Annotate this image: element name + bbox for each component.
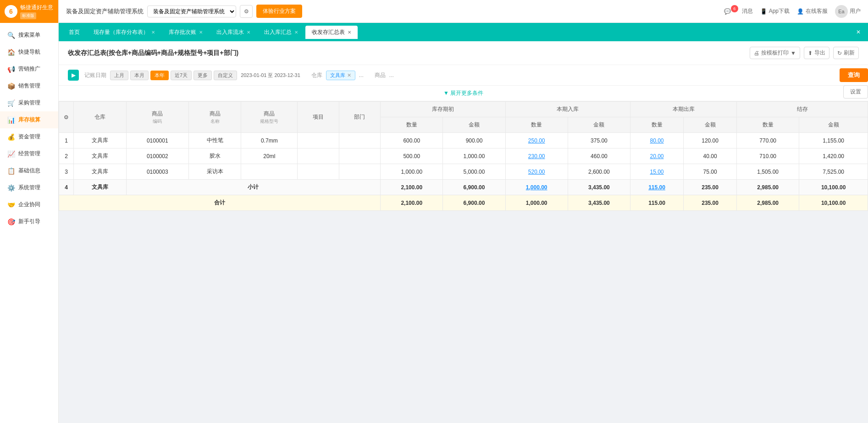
date-label: 记账日期 xyxy=(84,71,106,79)
sidebar: 6 畅捷通好生意 标准版 🔍搜索菜单🏠快捷导航📢营销推广📦销售管理🛒采购管理📊库… xyxy=(0,0,59,423)
tab-receive-sum-close[interactable]: ✕ xyxy=(348,30,351,35)
date-btn-custom[interactable]: 自定义 xyxy=(214,71,237,80)
page-title: 收发存汇总表(按仓库+商品编码+商品+规格型号+项目+部门) xyxy=(68,49,238,57)
sidebar-item-basic[interactable]: 📋基础信息 xyxy=(0,162,58,179)
sidebar-item-sales[interactable]: 📦销售管理 xyxy=(0,77,58,94)
cell-dept-1 xyxy=(339,148,381,164)
cell-close-amt-1: 1,420.00 xyxy=(799,148,868,164)
user-item[interactable]: Ea 用户 xyxy=(835,5,861,18)
cell-in-qty-2[interactable]: 520.00 xyxy=(505,164,568,180)
subtotal-in-amt: 3,435.00 xyxy=(568,180,630,195)
tab-inout-flow[interactable]: 出入库流水 ✕ xyxy=(210,26,257,39)
tab-inout-flow-close[interactable]: ✕ xyxy=(247,30,250,35)
service-icon: 👤 xyxy=(797,8,804,15)
cell-open-amt-0: 900.00 xyxy=(443,133,505,148)
trial-button[interactable]: 体验行业方案 xyxy=(256,5,302,18)
date-btn-prev-month[interactable]: 上月 xyxy=(110,71,128,80)
subtotal-no: 4 xyxy=(59,180,74,195)
cell-out-amt-1: 40.00 xyxy=(684,148,737,164)
sidebar-item-inventory[interactable]: 📊库存核算 xyxy=(0,111,58,128)
logo-text: 畅捷通好生意 标准版 xyxy=(20,4,53,19)
page-actions: 🖨 按模板打印 ▼ ⬆ 导出 ↻ 刷新 xyxy=(750,47,859,59)
th-settings[interactable]: ⚙ xyxy=(59,102,74,133)
sidebar-icon-system: ⚙️ xyxy=(7,184,15,192)
filter-toggle-btn[interactable]: ▶ xyxy=(68,70,79,81)
query-button[interactable]: 查询 xyxy=(840,68,868,82)
warehouse-tag-value: 文具库 xyxy=(330,72,345,79)
sidebar-label-sales: 销售管理 xyxy=(18,82,40,90)
message-item[interactable]: 💬 6 消息 xyxy=(724,7,753,15)
settings-button[interactable]: 设置 xyxy=(843,85,868,99)
footer-closing-qty: 2,985.00 xyxy=(737,195,799,211)
date-btn-more[interactable]: 更多 xyxy=(194,71,212,80)
logo-icon: 6 xyxy=(5,5,17,18)
tab-inout-sum[interactable]: 出入库汇总 ✕ xyxy=(258,26,304,39)
tab-batch[interactable]: 库存批次账 ✕ xyxy=(162,26,209,39)
date-btn-this-month[interactable]: 本月 xyxy=(130,71,149,80)
tab-receive-sum[interactable]: 收发存汇总表 ✕ xyxy=(305,26,358,39)
message-icon: 💬 xyxy=(724,8,731,15)
filter-container: ▶ 记账日期 上月 本月 本年 近7天 更多 自定义 2023-01-01 至 … xyxy=(59,65,868,101)
tab-batch-close[interactable]: ✕ xyxy=(199,30,203,35)
page: 收发存汇总表(按仓库+商品编码+商品+规格型号+项目+部门) 🖨 按模板打印 ▼… xyxy=(59,41,868,211)
online-service-label: 在线客服 xyxy=(806,7,828,15)
cell-project-0 xyxy=(298,133,339,148)
system-selector[interactable]: 装备及固定资产辅助管理系统 xyxy=(147,5,236,17)
tab-stock-dist[interactable]: 现存量（库存分布表） ✕ xyxy=(87,26,161,39)
table-subtotal-row: 4 文具库 小计 2,100.00 6,900.00 1,000.00 3,43… xyxy=(59,180,868,195)
sidebar-item-marketing[interactable]: 📢营销推广 xyxy=(0,60,58,77)
export-button[interactable]: ⬆ 导出 xyxy=(804,47,829,59)
tab-stock-dist-close[interactable]: ✕ xyxy=(151,30,155,35)
settings-icon[interactable]: ⚙ xyxy=(240,5,253,18)
sidebar-item-search[interactable]: 🔍搜索菜单 xyxy=(0,27,58,44)
tab-inout-flow-label: 出入库流水 xyxy=(216,28,244,36)
app-tag: 标准版 xyxy=(20,12,36,19)
page-header: 收发存汇总表(按仓库+商品编码+商品+规格型号+项目+部门) 🖨 按模板打印 ▼… xyxy=(59,41,868,65)
warehouse-more[interactable]: ... xyxy=(359,72,364,78)
cell-in-qty-0[interactable]: 250.00 xyxy=(505,133,568,148)
tab-home[interactable]: 首页 xyxy=(62,26,86,39)
goods-more[interactable]: ... xyxy=(389,72,394,78)
cell-warehouse-1: 文具库 xyxy=(74,148,127,164)
subtotal-warehouse: 文具库 xyxy=(74,180,127,195)
cell-name-0: 中性笔 xyxy=(188,133,241,148)
tab-inout-sum-close[interactable]: ✕ xyxy=(294,30,298,35)
subtotal-open-qty: 2,100.00 xyxy=(381,180,443,195)
sidebar-icon-purchase: 🛒 xyxy=(7,99,15,107)
cell-out-qty-2[interactable]: 15.00 xyxy=(630,164,683,180)
cell-name-1: 胶水 xyxy=(188,148,241,164)
close-all-tabs[interactable]: ✕ xyxy=(852,29,864,35)
sidebar-item-enterprise[interactable]: 🤝企业协同 xyxy=(0,196,58,213)
expand-bar[interactable]: ▼ 展开更多条件 xyxy=(59,86,868,101)
cell-out-qty-0[interactable]: 80.00 xyxy=(630,133,683,148)
app-download-item[interactable]: 📱 App下载 xyxy=(760,7,790,15)
cell-in-qty-1[interactable]: 230.00 xyxy=(505,148,568,164)
sidebar-item-finance[interactable]: 💰资金管理 xyxy=(0,128,58,145)
refresh-button[interactable]: ↻ 刷新 xyxy=(833,47,859,59)
cell-spec-1: 20ml xyxy=(241,148,298,164)
warehouse-label: 仓库 xyxy=(311,71,322,79)
date-btn-this-year[interactable]: 本年 xyxy=(150,71,169,80)
sidebar-item-newbie[interactable]: 🎯新手引导 xyxy=(0,213,58,230)
table-wrap: ⚙ 仓库 商品编码 商品名称 商品规格型号 项目 部门 库存期初 本期入库 本期… xyxy=(59,101,868,211)
user-label: 用户 xyxy=(850,7,861,15)
sidebar-icon-sales: 📦 xyxy=(7,82,15,90)
online-service-item[interactable]: 👤 在线客服 xyxy=(797,7,828,15)
sidebar-icon-marketing: 📢 xyxy=(7,66,15,73)
cell-no-0: 1 xyxy=(59,133,74,148)
sidebar-item-operation[interactable]: 📈经营管理 xyxy=(0,145,58,162)
cell-out-qty-1[interactable]: 20.00 xyxy=(630,148,683,164)
expand-label: 展开更多条件 xyxy=(450,90,483,96)
cell-open-qty-1: 500.00 xyxy=(381,148,443,164)
sidebar-item-system[interactable]: ⚙️系统管理 xyxy=(0,179,58,196)
sidebar-icon-basic: 📋 xyxy=(7,167,15,175)
filter-warehouse-section: 仓库 文具库 ✕ ... xyxy=(311,71,364,80)
tab-stock-dist-label: 现存量（库存分布表） xyxy=(94,28,149,36)
sidebar-item-purchase[interactable]: 🛒采购管理 xyxy=(0,94,58,111)
print-button[interactable]: 🖨 按模板打印 ▼ xyxy=(750,47,800,59)
cell-no-2: 3 xyxy=(59,164,74,180)
sidebar-item-quick-nav[interactable]: 🏠快捷导航 xyxy=(0,44,58,60)
date-btn-7days[interactable]: 近7天 xyxy=(171,71,192,80)
cell-open-amt-1: 1,000.00 xyxy=(443,148,505,164)
warehouse-tag-close[interactable]: ✕ xyxy=(347,72,351,78)
